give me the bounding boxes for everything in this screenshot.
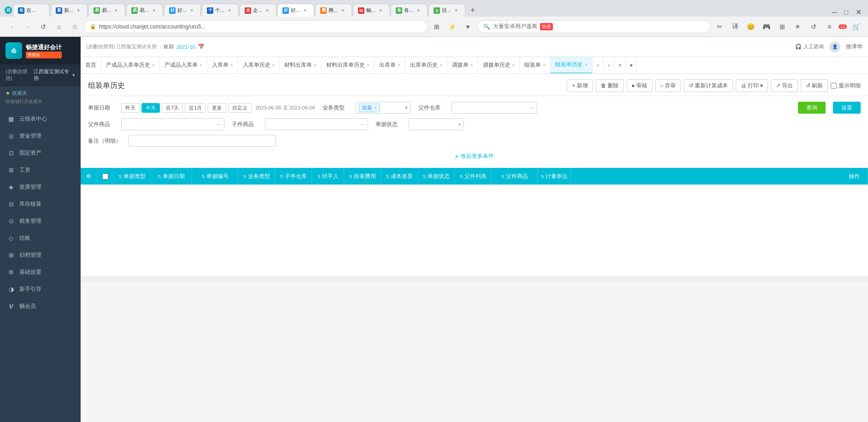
search-button[interactable]: 查询	[798, 102, 826, 114]
abandon-button[interactable]: ○ 弃审	[655, 79, 681, 92]
th-gear[interactable]: ⚙	[81, 168, 97, 185]
tab-10[interactable]: M 畅... ×	[353, 4, 390, 17]
emoji-icon[interactable]: 😊	[745, 20, 757, 33]
tab-stock-in[interactable]: 入库单 ×	[207, 57, 238, 74]
tab-assembly-history[interactable]: 组装单历史 ×	[551, 57, 592, 74]
date-month-button[interactable]: 近1月	[185, 103, 206, 113]
th-unit[interactable]: ⇅ 计量单位	[538, 168, 571, 185]
business-type-tag-close[interactable]: ×	[374, 105, 377, 110]
sidebar-item-quick-start[interactable]: ◑ 新手引导	[0, 281, 81, 298]
bookmark-button[interactable]: ☆	[68, 20, 81, 33]
recalculate-button[interactable]: ↺ 重新计算成本	[684, 79, 733, 92]
refresh-button[interactable]: ↺ 刷新	[801, 79, 828, 92]
tab-next-button[interactable]: ›	[604, 57, 615, 74]
th-status[interactable]: ⇅ 单据状态	[418, 168, 455, 185]
cart-icon[interactable]: 🛒	[850, 20, 862, 33]
order-status-dropdown[interactable]: ▾	[409, 118, 464, 130]
tab-4[interactable]: 易 易... ×	[126, 4, 163, 17]
favorites-shortcut[interactable]: 快捷键打开收藏夹	[6, 98, 75, 105]
tab-close-current-button[interactable]: ×	[615, 57, 626, 74]
sidebar-item-fund-mgmt[interactable]: ◎ 资金管理	[0, 127, 81, 145]
sidebar-item-fixed-assets[interactable]: ⊡ 固定资产	[0, 145, 81, 162]
window-close[interactable]: ✕	[853, 8, 864, 17]
more-menu-icon[interactable]: ≡	[823, 20, 836, 33]
calendar-icon[interactable]: 📅	[198, 44, 205, 50]
date-custom-button[interactable]: 自定义	[228, 103, 252, 113]
parent-goods-dots[interactable]: ···	[214, 121, 224, 127]
tab-5[interactable]: 好 好... ×	[164, 4, 201, 17]
sidebar-item-invoice-mgmt[interactable]: ◈ 发票管理	[0, 179, 81, 196]
consult-button[interactable]: 🎧 人工咨询	[795, 43, 824, 50]
tab-11[interactable]: 各 各... ×	[391, 4, 428, 17]
window-maximize[interactable]: □	[842, 9, 851, 16]
tab-transfer[interactable]: 调拨单 ×	[447, 57, 478, 74]
business-type-chevron[interactable]: ▾	[405, 104, 408, 111]
th-checkbox[interactable]	[97, 168, 114, 185]
tab-2[interactable]: 新 新... ×	[51, 4, 88, 17]
undo-icon[interactable]: ↺	[807, 20, 820, 33]
th-type[interactable]: ⇅ 单据类型	[114, 168, 151, 185]
child-goods-field[interactable]	[265, 121, 358, 127]
date-more-button[interactable]: 更多	[208, 103, 226, 113]
parent-goods-input[interactable]: ···	[121, 118, 224, 130]
sidebar-item-settlement[interactable]: ◇ 结账	[0, 230, 81, 247]
tab-close-icon[interactable]: ×	[543, 63, 545, 68]
sidebar-item-archive-mgmt[interactable]: ⊞ 归档管理	[0, 247, 81, 264]
delete-button[interactable]: 🗑 删除	[596, 79, 624, 92]
tab-6[interactable]: 个 个... ×	[202, 4, 239, 17]
company-selector[interactable]: (勿删勿禁用) 江西服宝测试专用 ▾	[0, 64, 81, 86]
th-parent-goods[interactable]: ⇅ 父件商品	[492, 168, 538, 185]
tab-close-icon[interactable]: ×	[470, 63, 473, 68]
tab-12[interactable]: S 目... ×	[428, 4, 465, 17]
new-tab-button[interactable]: +	[466, 4, 479, 17]
tab-close-icon[interactable]: ×	[230, 63, 233, 68]
date-today-button[interactable]: 今天	[141, 103, 160, 113]
collapse-button[interactable]: ∧ 收起更多条件	[88, 150, 861, 162]
tab-stock-in-history[interactable]: 入库单历史 ×	[238, 57, 280, 74]
tab-produce-in[interactable]: 产成品入库单 ×	[160, 57, 207, 74]
back-button[interactable]: ‹	[6, 20, 18, 33]
tab-close-icon[interactable]: ×	[440, 63, 442, 68]
tab-1[interactable]: 在 在...	[13, 4, 50, 17]
date-week-button[interactable]: 近7天	[162, 103, 183, 113]
tab-transfer-history[interactable]: 调拨单历史 ×	[478, 57, 520, 74]
tab-8[interactable]: 好 好... ×	[277, 4, 314, 17]
tab-close-icon[interactable]: ×	[272, 63, 275, 68]
browser-menu-button[interactable]: ▾	[462, 20, 475, 33]
print-button[interactable]: 🖨 打印 ▾	[736, 79, 768, 92]
tab-prev-button[interactable]: ‹	[592, 57, 604, 74]
app-grid-icon[interactable]: ⊞	[430, 20, 443, 33]
sidebar-item-tax-mgmt[interactable]: ⊙ 税务管理	[0, 213, 81, 230]
th-handler[interactable]: ⇅ 经手人	[312, 168, 344, 185]
tab-9[interactable]: 腾 腾... ×	[315, 4, 352, 17]
tab-7[interactable]: 企 企... ×	[240, 4, 276, 17]
sidebar-item-membership[interactable]: V 畅会员	[0, 298, 81, 315]
child-goods-dots[interactable]: ···	[358, 121, 368, 127]
reload-button[interactable]: ↺	[37, 20, 50, 33]
show-detail-input[interactable]	[831, 83, 837, 89]
scissors-icon[interactable]: ✂	[713, 20, 726, 33]
notes-input[interactable]	[129, 135, 276, 147]
th-disassembly-cost[interactable]: ⇅ 拆装费用	[344, 168, 381, 185]
th-child-warehouse[interactable]: ⇅ 子件仓库	[275, 168, 312, 185]
horizontal-scrollbar[interactable]	[81, 277, 868, 282]
select-all-checkbox[interactable]	[102, 173, 108, 179]
game-icon[interactable]: 🎮	[760, 20, 773, 33]
brightness-icon[interactable]: ☀	[792, 20, 804, 33]
sidebar-item-cloud-report[interactable]: ▦ 云报表中心	[0, 110, 81, 127]
settings-button[interactable]: 设置	[833, 102, 861, 114]
forward-button[interactable]: ›	[21, 20, 34, 33]
review-button[interactable]: ● 审核	[627, 79, 652, 92]
sidebar-item-payroll[interactable]: ⊞ 工资	[0, 162, 81, 179]
th-biz-type[interactable]: ⇅ 业务类型	[238, 168, 275, 185]
th-date[interactable]: ⇅ 单据日期	[151, 168, 192, 185]
th-number[interactable]: ⇅ 单据编号	[192, 168, 238, 185]
home-button[interactable]: ⌂	[53, 20, 65, 33]
tab-close-icon[interactable]: ×	[585, 62, 587, 67]
translate-icon[interactable]: 译	[729, 20, 742, 33]
tab-close-icon[interactable]: ×	[314, 63, 317, 68]
tab-material-out[interactable]: 材料出库单 ×	[280, 57, 322, 74]
tab-close-icon[interactable]: ×	[199, 63, 202, 68]
search-bar[interactable]: 🔍 大量安卓用户逃离 热搜	[477, 20, 710, 33]
tab-assembly[interactable]: 组装单 ×	[520, 57, 551, 74]
